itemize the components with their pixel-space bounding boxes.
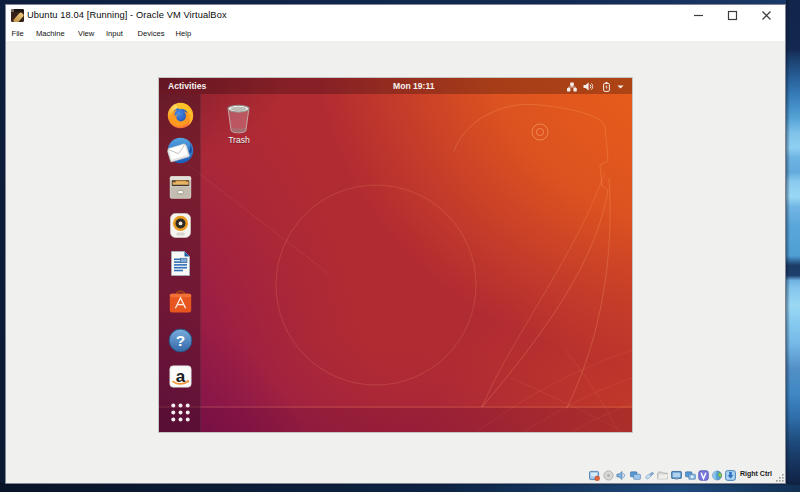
svg-text:?: ?	[176, 332, 185, 349]
